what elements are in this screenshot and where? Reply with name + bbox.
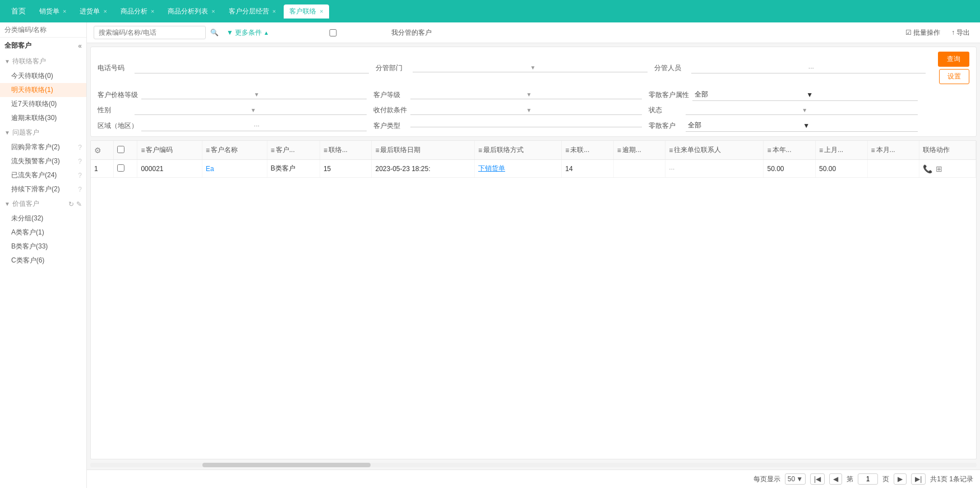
cell-contact-person: ···: [665, 160, 764, 178]
close-tab-1-icon[interactable]: ×: [103, 8, 107, 15]
sidebar-item-declining[interactable]: 持续下滑客户(2)?: [0, 182, 86, 196]
group-pending-contact[interactable]: ▼ 待联络客户: [0, 54, 86, 69]
sidebar-item-class-a[interactable]: A类客户(1): [0, 225, 86, 240]
my-customers-checkbox[interactable]: [277, 29, 389, 36]
gender-select[interactable]: ▼: [135, 106, 367, 115]
customer-level-select[interactable]: ▼: [410, 90, 642, 99]
group-problem-customers[interactable]: ▼ 问题客户: [0, 125, 86, 140]
sidebar-item-7day-pending[interactable]: 近7天待联络(0): [0, 97, 86, 111]
sidebar-item-overdue-contact[interactable]: 逾期未联络(30): [0, 111, 86, 125]
nav-tab-3[interactable]: 商品分析列表 ×: [162, 4, 220, 19]
cell-last-month: 50.00: [816, 160, 868, 178]
batch-operation-btn[interactable]: ☑ 批量操作: [902, 27, 944, 39]
sidebar-item-churn-warning[interactable]: 流失预警客户(3)?: [0, 154, 86, 168]
th-this-year: ≡本年...: [764, 141, 816, 160]
manager-select[interactable]: ···: [691, 63, 926, 73]
last-page-btn[interactable]: ▶|: [911, 473, 926, 485]
close-tab-5-icon[interactable]: ×: [320, 8, 323, 15]
status-select[interactable]: ▼: [686, 106, 918, 115]
th-this-month: ≡本月...: [867, 141, 919, 160]
grid-icon[interactable]: ⊞: [936, 164, 942, 173]
horizontal-scrollbar[interactable]: [90, 463, 977, 467]
gear-settings-icon[interactable]: ⚙: [94, 146, 101, 155]
sidebar-item-repurchase-anomaly[interactable]: 回购异常客户(2)?: [0, 140, 86, 154]
cell-name[interactable]: Ea: [202, 160, 267, 178]
close-tab-0-icon[interactable]: ×: [63, 8, 66, 15]
first-page-btn[interactable]: |◀: [810, 473, 825, 485]
search-input[interactable]: [94, 26, 206, 39]
sidebar-search-input[interactable]: [4, 26, 87, 34]
cell-last-method: 下销货单: [474, 160, 561, 178]
refresh-icon[interactable]: ↻: [68, 200, 74, 208]
phone-input[interactable]: [137, 64, 367, 72]
payment-select[interactable]: ▼: [410, 106, 642, 115]
sidebar-item-tomorrow-pending[interactable]: 明天待联络(1): [0, 83, 86, 97]
content-area: 🔍 ▼ 更多条件 ▲ 我分管的客户 ☑ 批量操作 ↑ 导出: [87, 22, 980, 488]
close-tab-2-icon[interactable]: ×: [151, 8, 154, 15]
action-buttons: 查询 设置: [932, 52, 969, 84]
next-page-btn[interactable]: ▶: [894, 473, 907, 485]
sidebar-item-churned[interactable]: 已流失客户(24)?: [0, 168, 86, 182]
filter-gender: 性别 ▼: [98, 105, 367, 115]
sidebar: 🔍 全部客户 « ▼ 待联络客户 今天待联络(0) 明天待联络(1) 近7天待联…: [0, 22, 87, 488]
th-code: ≡客户编码: [137, 141, 202, 160]
prev-page-btn[interactable]: ◀: [829, 473, 842, 485]
nav-tab-0[interactable]: 销货单 ×: [34, 4, 72, 19]
search-button-icon[interactable]: 🔍: [210, 29, 219, 36]
select-all-checkbox[interactable]: [117, 146, 124, 153]
cell-this-year: 50.00: [764, 160, 816, 178]
more-conditions-btn[interactable]: ▼ 更多条件 ▲: [223, 27, 272, 39]
th-checkbox: [113, 141, 137, 160]
sidebar-item-class-c[interactable]: C类客户(6): [0, 254, 86, 268]
all-customers-header[interactable]: 全部客户 «: [0, 38, 86, 54]
customer-level-label: 客户等级: [373, 90, 407, 100]
export-btn[interactable]: ↑ 导出: [948, 27, 973, 39]
region-dots-icon[interactable]: ···: [254, 122, 364, 130]
retail-attr-select[interactable]: 全部 ▼: [692, 89, 918, 101]
close-tab-3-icon[interactable]: ×: [211, 8, 215, 15]
price-level-select[interactable]: ▼: [141, 90, 367, 99]
retail-customer-select[interactable]: 全部 ▼: [686, 119, 918, 132]
edit-icon[interactable]: ✎: [76, 200, 82, 208]
cell-code: 000021: [137, 160, 202, 178]
retail-attr-label: 零散客户属性: [649, 90, 689, 100]
dept-chevron-icon: ▼: [530, 65, 645, 71]
cell-this-month: [867, 160, 919, 178]
sidebar-item-class-b[interactable]: B类客户(33): [0, 240, 86, 254]
advanced-filter-panel: 电话号码 分管部门 ▼ 分管人员 ···: [90, 47, 977, 137]
page-number-input[interactable]: [858, 473, 878, 485]
th-type: ≡客户...: [267, 141, 320, 160]
dept-select[interactable]: ▼: [413, 63, 647, 72]
region-select[interactable]: ···: [141, 121, 367, 131]
set-button[interactable]: 设置: [939, 69, 969, 84]
status-chevron-icon: ▼: [802, 107, 916, 113]
collapse-icon[interactable]: «: [78, 42, 82, 50]
group-value-customers[interactable]: ▼ 价值客户 ↻ ✎: [0, 196, 86, 211]
batch-icon: ☑: [905, 29, 912, 36]
filter-payment: 收付款条件 ▼: [373, 105, 642, 115]
manager-dots-icon[interactable]: ···: [808, 64, 923, 72]
nav-home[interactable]: 首页: [6, 4, 31, 19]
filter-icon: ▼: [226, 29, 233, 36]
close-tab-4-icon[interactable]: ×: [272, 8, 276, 15]
nav-tab-4[interactable]: 客户分层经营 ×: [223, 4, 281, 19]
cell-checkbox: [113, 160, 137, 178]
filter-manager: 分管人员 ···: [654, 63, 926, 73]
status-label: 状态: [649, 105, 682, 115]
sidebar-item-today-pending[interactable]: 今天待联络(0): [0, 69, 86, 83]
nav-tab-2[interactable]: 商品分析 ×: [115, 4, 160, 19]
nav-tab-5[interactable]: 客户联络 ×: [284, 4, 329, 19]
filter-customer-level: 客户等级 ▼: [373, 90, 642, 100]
my-customers-label: 我分管的客户: [391, 28, 432, 38]
customer-type-select[interactable]: [410, 125, 642, 127]
query-button[interactable]: 查询: [938, 52, 969, 67]
sidebar-item-ungrouped[interactable]: 未分组(32): [0, 211, 86, 225]
nav-tab-1[interactable]: 进货单 ×: [74, 4, 112, 19]
gender-label: 性别: [98, 105, 131, 115]
last-method-link[interactable]: 下销货单: [478, 164, 505, 172]
call-icon[interactable]: 📞: [923, 164, 932, 173]
th-last-month: ≡上月...: [816, 141, 868, 160]
page-size-select[interactable]: 50 ▼: [785, 473, 806, 485]
row-checkbox[interactable]: [117, 164, 124, 172]
scrollbar-thumb[interactable]: [202, 463, 371, 467]
